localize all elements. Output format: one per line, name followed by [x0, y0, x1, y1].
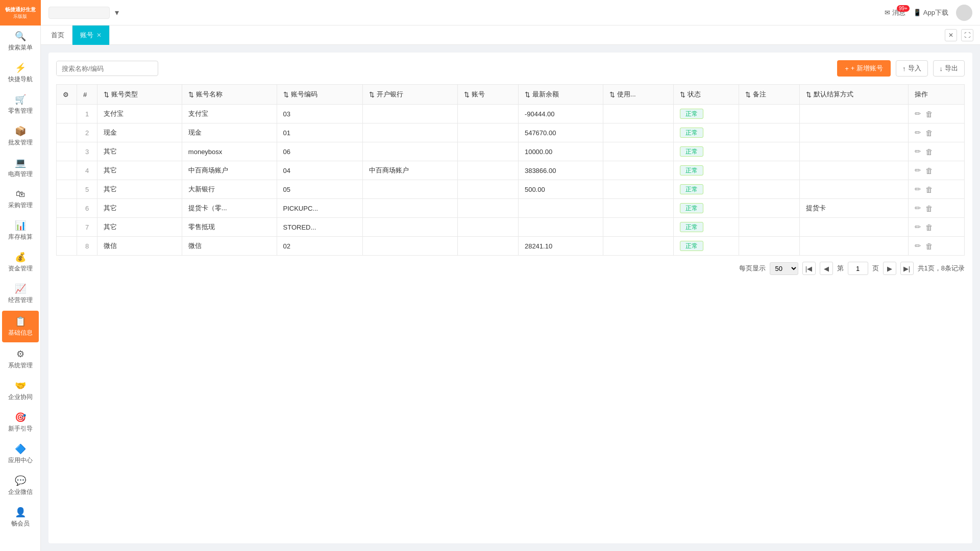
row-balance: 28241.10: [518, 237, 603, 256]
page-last-btn[interactable]: ▶|: [900, 262, 914, 275]
edit-icon[interactable]: ✏: [915, 204, 921, 213]
app-download-label: App下载: [923, 8, 948, 17]
sidebar-item-newguide[interactable]: 🎯 新手引导: [0, 407, 41, 438]
sidebar-item-ecommerce[interactable]: 💻 电商管理: [0, 152, 41, 184]
sidebar: 畅捷通好生意 乐版版 🔍 搜索菜单 ⚡ 快捷导航 🛒 零售管理 📦 批发管理 💻…: [0, 0, 41, 551]
edit-icon[interactable]: ✏: [915, 185, 921, 194]
sidebar-item-weixin[interactable]: 💬 企业微信: [0, 470, 41, 502]
delete-icon[interactable]: 🗑: [925, 223, 933, 232]
row-default-payment: [800, 237, 909, 256]
row-default-payment: [800, 161, 909, 180]
delete-icon[interactable]: 🗑: [925, 129, 933, 137]
delete-icon[interactable]: 🗑: [925, 110, 933, 118]
sidebar-item-quicknav[interactable]: ⚡ 快捷导航: [0, 57, 41, 89]
delete-icon[interactable]: 🗑: [925, 166, 933, 175]
user-avatar[interactable]: [956, 5, 972, 21]
edit-icon[interactable]: ✏: [915, 241, 921, 251]
message-icon: ✉: [885, 9, 890, 16]
table-row: 3 其它 moneybosx 06 10000.00 正常 ✏ 🗑: [57, 142, 965, 161]
page-next-btn[interactable]: ▶: [883, 262, 896, 275]
row-remark: [739, 218, 800, 237]
col-bank[interactable]: ⇅开户银行: [363, 85, 458, 105]
tab-account-label: 账号: [80, 31, 93, 40]
export-button[interactable]: ↓ 导出: [933, 60, 965, 77]
col-balance[interactable]: ⇅最新余额: [518, 85, 603, 105]
topbar-search-input[interactable]: [48, 7, 110, 19]
edit-icon[interactable]: ✏: [915, 128, 921, 137]
edit-icon[interactable]: ✏: [915, 109, 921, 118]
delete-icon[interactable]: 🗑: [925, 147, 933, 156]
search-icon: 🔍: [15, 31, 26, 42]
row-status: 正常: [674, 161, 739, 180]
row-status: 正常: [674, 218, 739, 237]
col-name[interactable]: ⇅账号名称: [182, 85, 277, 105]
edit-icon[interactable]: ✏: [915, 147, 921, 156]
sidebar-item-basicinfo[interactable]: 📋 基础信息: [2, 311, 39, 342]
page-first-btn[interactable]: |◀: [802, 262, 816, 275]
page-prev-btn[interactable]: ◀: [820, 262, 833, 275]
row-code: 05: [277, 180, 363, 199]
edit-icon[interactable]: ✏: [915, 166, 921, 175]
row-type: 支付宝: [97, 105, 182, 123]
sidebar-label-basicinfo: 基础信息: [8, 329, 33, 337]
delete-icon[interactable]: 🗑: [925, 185, 933, 194]
tab-bar: 首页 账号 ✕ ✕ ⛶: [41, 26, 980, 45]
page-size-select[interactable]: 50 100 200: [770, 262, 798, 275]
message-button[interactable]: ✉ 消息 99+: [885, 8, 905, 17]
col-default-payment[interactable]: ⇅默认结算方式: [800, 85, 909, 105]
col-remark[interactable]: ⇅备注: [739, 85, 800, 105]
table-row: 4 其它 中百商场账户 04 中百商场账户 383866.00 正常 ✏ 🗑: [57, 161, 965, 180]
row-action: ✏ 🗑: [908, 237, 964, 256]
finance-icon: 💰: [15, 252, 26, 263]
import-button[interactable]: ↑ 导入: [896, 60, 928, 77]
row-code: PICKUPC...: [277, 199, 363, 218]
tab-expand-btn[interactable]: ⛶: [961, 29, 973, 41]
tab-account[interactable]: 账号 ✕: [72, 26, 110, 45]
sidebar-item-inventory[interactable]: 📊 库存核算: [0, 215, 41, 246]
row-action: ✏ 🗑: [908, 199, 964, 218]
tab-close-icon[interactable]: ✕: [96, 32, 102, 39]
delete-icon[interactable]: 🗑: [925, 204, 933, 213]
row-usage: [603, 161, 674, 180]
sidebar-item-retail[interactable]: 🛒 零售管理: [0, 89, 41, 120]
weixin-icon: 💬: [15, 475, 26, 486]
col-status[interactable]: ⇅状态: [674, 85, 739, 105]
col-type[interactable]: ⇅账号类型: [97, 85, 182, 105]
delete-icon[interactable]: 🗑: [925, 242, 933, 251]
export-label: 导出: [945, 64, 958, 73]
sidebar-item-member[interactable]: 👤 畅会员: [0, 502, 41, 533]
sidebar-label-operations: 经营管理: [8, 296, 33, 305]
sidebar-item-wholesale[interactable]: 📦 批发管理: [0, 120, 41, 152]
col-account[interactable]: ⇅账号: [457, 85, 518, 105]
edit-icon[interactable]: ✏: [915, 222, 921, 232]
col-code[interactable]: ⇅账号编码: [277, 85, 363, 105]
search-input[interactable]: [57, 62, 153, 76]
row-usage: [603, 105, 674, 123]
col-usage[interactable]: ⇅使用...: [603, 85, 674, 105]
app-download-button[interactable]: 📱 App下载: [913, 8, 948, 17]
sidebar-item-search[interactable]: 🔍 搜索菜单: [0, 26, 41, 57]
sidebar-item-operations[interactable]: 📈 经营管理: [0, 278, 41, 310]
sidebar-label-purchase: 采购管理: [8, 201, 33, 210]
topbar-right: ✉ 消息 99+ 📱 App下载: [885, 5, 972, 21]
sidebar-item-cooperation[interactable]: 🤝 企业协同: [0, 375, 41, 407]
pagination-bar: 每页显示 50 100 200 |◀ ◀ 第 页 ▶ ▶| 共1页，8条记录: [56, 256, 965, 275]
topbar-dropdown-icon[interactable]: ▾: [115, 8, 119, 17]
row-type: 其它: [97, 180, 182, 199]
row-account: [457, 218, 518, 237]
add-account-button[interactable]: + + 新增账号: [837, 60, 891, 77]
page-total: 共1页，8条记录: [918, 264, 965, 273]
tab-actions: ✕ ⛶: [945, 29, 977, 41]
tab-home[interactable]: 首页: [43, 26, 72, 45]
tab-close-btn[interactable]: ✕: [945, 29, 957, 41]
search-button[interactable]: 🔍: [153, 61, 158, 76]
sidebar-label-weixin: 企业微信: [8, 488, 33, 496]
sidebar-item-finance[interactable]: 💰 资金管理: [0, 246, 41, 278]
sidebar-item-system[interactable]: ⚙ 系统管理: [0, 343, 41, 375]
col-settings[interactable]: ⚙: [57, 85, 77, 105]
row-default-payment: [800, 180, 909, 199]
sidebar-item-purchase[interactable]: 🛍 采购管理: [0, 184, 41, 215]
toolbar-right: + + 新增账号 ↑ 导入 ↓ 导出: [837, 60, 965, 77]
page-number-input[interactable]: [848, 262, 868, 275]
sidebar-item-appcenter[interactable]: 🔷 应用中心: [0, 438, 41, 470]
